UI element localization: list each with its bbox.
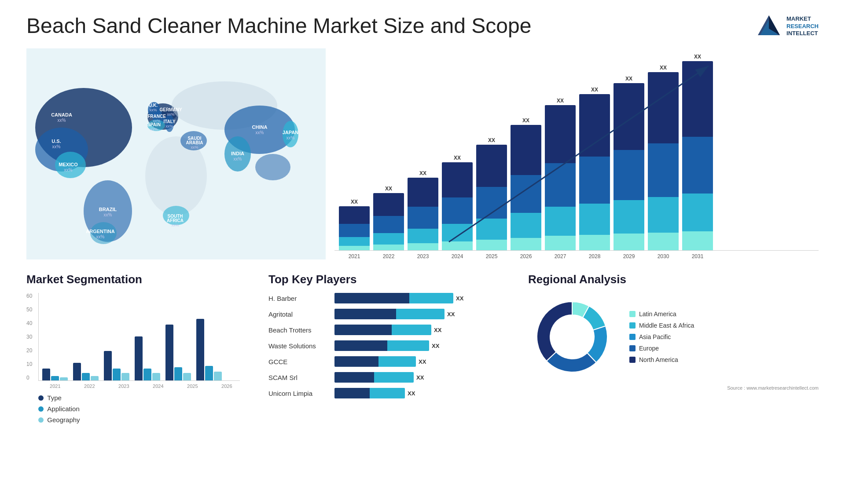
svg-text:AFRICA: AFRICA — [167, 218, 184, 223]
growth-bar-segment — [339, 237, 370, 246]
growth-bar-xx: XX — [454, 155, 461, 161]
source-text: Source : www.marketresearchintellect.com — [528, 385, 819, 391]
growth-bar-segment — [511, 238, 541, 250]
seg-bar — [196, 319, 204, 380]
growth-x-label: 2023 — [408, 253, 438, 259]
players-section: Top Key Players H. BarberXXAgritotalXXBe… — [268, 273, 515, 424]
regional-content: Latin AmericaMiddle East & AfricaAsia Pa… — [528, 293, 819, 381]
legend-item: Type — [38, 394, 240, 402]
player-row: SCAM SrlXX — [268, 372, 515, 383]
seg-x-label: 2023 — [110, 383, 137, 389]
growth-bar-segment — [373, 233, 404, 245]
growth-bar-segment — [682, 137, 713, 194]
player-name: Unicorn Limpia — [268, 390, 330, 397]
legend-item: Geography — [38, 416, 240, 424]
growth-bar-segment — [408, 178, 438, 207]
world-map: CANADA xx% U.S. xx% MEXICO xx% BRAZIL xx… — [26, 48, 326, 259]
growth-x-label: 2028 — [579, 253, 610, 259]
player-bar-seg1 — [334, 356, 378, 367]
growth-x-label: 2029 — [614, 253, 644, 259]
growth-bar-segment — [442, 241, 473, 250]
donut-chart — [528, 293, 616, 381]
reg-legend-label: Europe — [639, 345, 659, 352]
growth-x-label: 2030 — [648, 253, 679, 259]
player-bar-wrap: XX — [334, 356, 426, 367]
growth-bar-segment — [545, 207, 576, 236]
growth-bar-group: XX — [442, 155, 473, 250]
seg-bar — [60, 377, 68, 380]
growth-bar-group: XX — [614, 76, 644, 250]
growth-bar-xx: XX — [522, 117, 529, 124]
player-bar-wrap: XX — [334, 309, 455, 319]
growth-x-label: 2021 — [339, 253, 370, 259]
player-bar-seg2 — [392, 325, 431, 335]
growth-bar-segment — [579, 94, 610, 157]
player-name: H. Barber — [268, 295, 330, 302]
regional-legend: Latin AmericaMiddle East & AfricaAsia Pa… — [629, 310, 694, 363]
growth-bar-segment — [442, 224, 473, 241]
growth-bar-segment — [545, 105, 576, 163]
reg-legend-label: Latin America — [639, 310, 676, 318]
growth-bar-xx: XX — [351, 199, 358, 205]
player-bar-bg — [334, 309, 445, 319]
player-bar-seg1 — [334, 293, 409, 303]
seg-bar — [104, 351, 112, 380]
growth-bar-segment — [648, 72, 679, 143]
svg-text:xx%: xx% — [104, 212, 112, 217]
seg-chart-wrap: 60 50 40 30 20 10 0 20212022202320242025… — [26, 293, 255, 424]
bottom-grid: Market Segmentation 60 50 40 30 20 10 0 … — [26, 273, 819, 424]
legend-item: Application — [38, 405, 240, 413]
seg-bar — [165, 325, 173, 380]
player-xx: XX — [419, 358, 426, 365]
player-name: Agritotal — [268, 310, 330, 318]
reg-legend-label: North America — [639, 356, 678, 363]
player-bar-seg2 — [396, 309, 445, 319]
growth-bar-stack — [614, 83, 644, 250]
growth-bar-segment — [579, 204, 610, 235]
brand-logo-icon — [756, 13, 782, 40]
growth-x-labels: 2021202220232024202520262027202820292030… — [334, 251, 819, 259]
growth-bar-xx: XX — [419, 170, 426, 176]
seg-bar — [143, 369, 151, 380]
growth-bar-segment — [442, 162, 473, 197]
growth-bar-segment — [476, 219, 507, 240]
regional-section: Regional Analysis Latin AmericaMiddle Ea… — [528, 273, 819, 424]
segmentation-section: Market Segmentation 60 50 40 30 20 10 0 … — [26, 273, 255, 424]
segmentation-title: Market Segmentation — [26, 273, 255, 286]
svg-text:GERMANY: GERMANY — [159, 107, 182, 112]
player-xx: XX — [456, 295, 463, 302]
players-list: H. BarberXXAgritotalXXBeach TrottersXXWa… — [268, 293, 515, 398]
reg-legend-color — [629, 322, 636, 329]
svg-text:xx%: xx% — [287, 135, 295, 140]
seg-bar-group — [73, 363, 99, 380]
seg-y-50: 50 — [26, 307, 32, 313]
seg-bar-group — [42, 369, 68, 380]
growth-bar-segment — [614, 83, 644, 150]
seg-y-40: 40 — [26, 320, 32, 326]
growth-bar-segment — [614, 150, 644, 200]
seg-bar-group — [104, 351, 129, 380]
svg-text:ARABIA: ARABIA — [186, 140, 203, 145]
growth-bar-segment — [648, 197, 679, 233]
svg-text:xx%: xx% — [234, 157, 242, 161]
growth-bar-group: XX — [648, 65, 679, 250]
growth-bar-group: XX — [476, 137, 507, 250]
svg-text:CHINA: CHINA — [252, 124, 268, 130]
growth-chart-section: XXXXXXXXXXXXXXXXXXXXXX 20212022202320242… — [334, 48, 819, 264]
growth-bar-xx: XX — [557, 98, 564, 104]
growth-bar-stack — [545, 105, 576, 250]
player-bar-seg2 — [378, 356, 416, 367]
header: Beach Sand Cleaner Machine Market Size a… — [26, 13, 819, 40]
player-bar-bg — [334, 325, 431, 335]
seg-bar — [91, 376, 99, 380]
player-name: GCCE — [268, 358, 330, 365]
player-bar-seg2 — [370, 388, 405, 398]
growth-bar-segment — [579, 157, 610, 204]
seg-bar — [113, 369, 121, 380]
growth-bar-segment — [408, 229, 438, 243]
map-section: CANADA xx% U.S. xx% MEXICO xx% BRAZIL xx… — [26, 48, 326, 264]
growth-bar-group: XX — [511, 117, 541, 250]
growth-bar-segment — [511, 213, 541, 238]
player-xx: XX — [434, 327, 441, 333]
svg-text:xx%: xx% — [191, 145, 198, 150]
